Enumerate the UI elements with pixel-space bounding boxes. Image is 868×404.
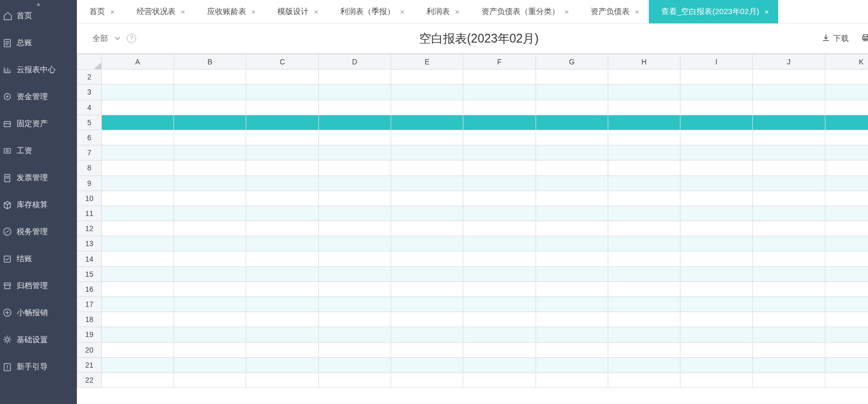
cell[interactable] bbox=[318, 160, 391, 176]
col-header[interactable]: J bbox=[753, 55, 825, 70]
cell[interactable] bbox=[174, 357, 246, 372]
cell[interactable] bbox=[246, 357, 318, 372]
cell[interactable] bbox=[246, 100, 318, 115]
cell[interactable] bbox=[318, 266, 391, 281]
cell[interactable] bbox=[825, 100, 868, 115]
tab[interactable]: 模版设计× bbox=[265, 0, 328, 23]
cell[interactable] bbox=[391, 312, 463, 327]
col-header[interactable]: G bbox=[536, 55, 608, 70]
col-header[interactable]: D bbox=[318, 55, 391, 70]
cell[interactable] bbox=[391, 191, 463, 206]
cell[interactable] bbox=[825, 297, 868, 312]
cell[interactable] bbox=[463, 251, 536, 266]
row-header[interactable]: 22 bbox=[77, 372, 102, 387]
cell[interactable] bbox=[608, 266, 680, 281]
cell[interactable] bbox=[608, 206, 680, 221]
download-button[interactable]: 下载 bbox=[822, 34, 849, 44]
cell[interactable] bbox=[608, 236, 680, 251]
cell[interactable] bbox=[536, 85, 608, 100]
cell[interactable] bbox=[174, 70, 246, 85]
close-icon[interactable]: × bbox=[314, 7, 318, 16]
spreadsheet[interactable]: ABCDEFGHIJK 2345678910111213141516171819… bbox=[77, 54, 868, 404]
tab[interactable]: 经营状况表× bbox=[124, 0, 195, 23]
cell[interactable] bbox=[174, 251, 246, 266]
sidebar-item-stock[interactable]: 库存核算 bbox=[0, 191, 77, 218]
cell[interactable] bbox=[246, 327, 318, 342]
row-header[interactable]: 5 bbox=[77, 115, 102, 130]
cell[interactable] bbox=[536, 281, 608, 297]
sidebar-item-archive[interactable]: 归档管理 bbox=[0, 272, 77, 299]
close-icon[interactable]: × bbox=[400, 7, 405, 16]
cell[interactable] bbox=[680, 145, 753, 160]
cell[interactable] bbox=[246, 206, 318, 221]
cell[interactable] bbox=[463, 266, 536, 281]
cell[interactable] bbox=[680, 176, 753, 191]
cell[interactable] bbox=[536, 236, 608, 251]
cell[interactable] bbox=[608, 297, 680, 312]
cell[interactable] bbox=[608, 130, 680, 145]
sidebar-item-chart[interactable]: 云报表中心 bbox=[0, 56, 77, 83]
cell[interactable] bbox=[391, 70, 463, 85]
sidebar-item-salary[interactable]: 工资 bbox=[0, 137, 77, 164]
row-header[interactable]: 17 bbox=[77, 297, 102, 312]
cell[interactable] bbox=[246, 266, 318, 281]
cell[interactable] bbox=[101, 145, 173, 160]
print-button[interactable]: 打印 bbox=[861, 34, 868, 44]
sidebar-item-close[interactable]: 结账 bbox=[0, 245, 77, 272]
cell[interactable] bbox=[101, 70, 173, 85]
cell[interactable] bbox=[825, 251, 868, 266]
row-header[interactable]: 19 bbox=[77, 327, 102, 342]
cell[interactable] bbox=[391, 327, 463, 342]
cell[interactable] bbox=[753, 176, 825, 191]
tab[interactable]: 资产负债表× bbox=[578, 0, 649, 23]
row-header[interactable]: 18 bbox=[77, 312, 102, 327]
cell[interactable] bbox=[536, 160, 608, 176]
cell[interactable] bbox=[608, 85, 680, 100]
cell[interactable] bbox=[680, 266, 753, 281]
cell[interactable] bbox=[101, 266, 173, 281]
cell[interactable] bbox=[680, 281, 753, 297]
tab[interactable]: 资产负债表（重分类）× bbox=[469, 0, 579, 23]
cell[interactable] bbox=[101, 191, 173, 206]
col-header[interactable]: E bbox=[391, 55, 463, 70]
row-header[interactable]: 16 bbox=[77, 281, 102, 297]
cell[interactable] bbox=[246, 115, 318, 130]
cell[interactable] bbox=[174, 221, 246, 236]
cell[interactable] bbox=[318, 206, 391, 221]
cell[interactable] bbox=[753, 236, 825, 251]
sidebar-item-tax[interactable]: 税务管理 bbox=[0, 218, 77, 245]
cell[interactable] bbox=[246, 342, 318, 357]
cell[interactable] bbox=[246, 236, 318, 251]
cell[interactable] bbox=[463, 206, 536, 221]
cell[interactable] bbox=[318, 342, 391, 357]
cell[interactable] bbox=[825, 145, 868, 160]
cell[interactable] bbox=[318, 100, 391, 115]
cell[interactable] bbox=[608, 372, 680, 387]
cell[interactable] bbox=[318, 327, 391, 342]
cell[interactable] bbox=[753, 357, 825, 372]
cell[interactable] bbox=[174, 176, 246, 191]
cell[interactable] bbox=[463, 372, 536, 387]
close-icon[interactable]: × bbox=[765, 7, 769, 16]
close-icon[interactable]: × bbox=[251, 7, 256, 16]
cell[interactable] bbox=[753, 342, 825, 357]
sidebar-item-settings[interactable]: 基础设置 bbox=[0, 326, 77, 353]
cell[interactable] bbox=[753, 372, 825, 387]
tab[interactable]: 首页× bbox=[77, 0, 124, 23]
cell[interactable] bbox=[463, 297, 536, 312]
row-header[interactable]: 11 bbox=[77, 206, 102, 221]
cell[interactable] bbox=[753, 221, 825, 236]
row-header[interactable]: 21 bbox=[77, 357, 102, 372]
cell[interactable] bbox=[391, 100, 463, 115]
cell[interactable] bbox=[753, 281, 825, 297]
cell[interactable] bbox=[174, 191, 246, 206]
cell[interactable] bbox=[753, 191, 825, 206]
cell[interactable] bbox=[246, 145, 318, 160]
cell[interactable] bbox=[825, 357, 868, 372]
cell[interactable] bbox=[391, 160, 463, 176]
cell[interactable] bbox=[608, 191, 680, 206]
close-icon[interactable]: × bbox=[565, 7, 569, 16]
cell[interactable] bbox=[753, 327, 825, 342]
cell[interactable] bbox=[101, 372, 173, 387]
cell[interactable] bbox=[753, 145, 825, 160]
